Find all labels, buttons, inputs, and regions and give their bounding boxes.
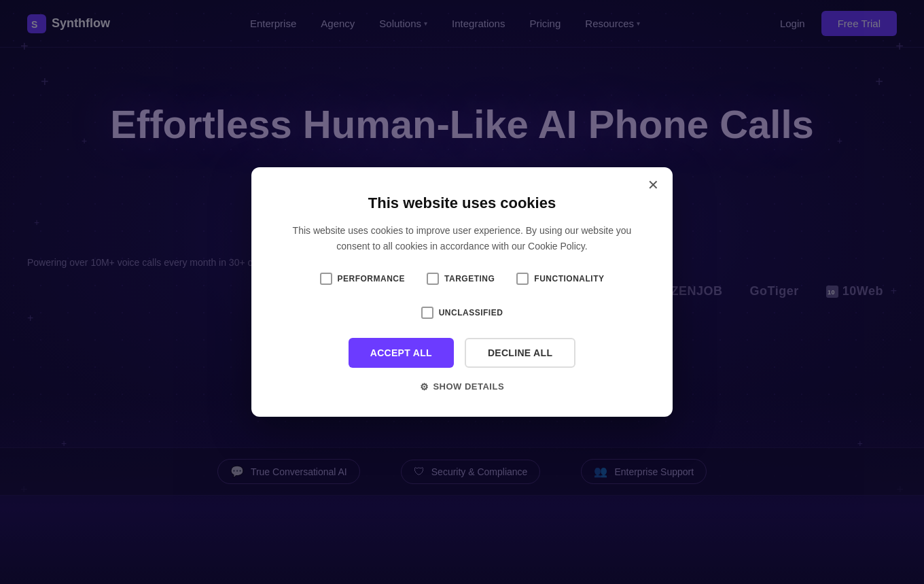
cookie-modal-description: This website uses cookies to improve use… bbox=[284, 223, 640, 254]
decline-all-button[interactable]: DECLINE ALL bbox=[465, 338, 575, 368]
gear-icon: ⚙ bbox=[420, 381, 429, 392]
performance-checkbox[interactable] bbox=[320, 273, 332, 285]
cookie-options: PERFORMANCE TARGETING FUNCTIONALITY UNCL… bbox=[284, 273, 640, 319]
cookie-action-buttons: ACCEPT ALL DECLINE ALL bbox=[284, 338, 640, 368]
cookie-modal-overlay[interactable]: ✕ This website uses cookies This website… bbox=[0, 0, 924, 584]
cookie-modal: ✕ This website uses cookies This website… bbox=[251, 167, 673, 417]
cookie-option-functionality[interactable]: FUNCTIONALITY bbox=[516, 273, 604, 285]
show-details-button[interactable]: ⚙ SHOW DETAILS bbox=[284, 381, 640, 392]
cookie-close-button[interactable]: ✕ bbox=[647, 178, 659, 192]
cookie-modal-title: This website uses cookies bbox=[284, 194, 640, 212]
cookie-option-unclassified[interactable]: UNCLASSIFIED bbox=[421, 307, 503, 319]
cookie-option-performance[interactable]: PERFORMANCE bbox=[320, 273, 406, 285]
cookie-option-targeting[interactable]: TARGETING bbox=[427, 273, 495, 285]
functionality-checkbox[interactable] bbox=[516, 273, 529, 285]
accept-all-button[interactable]: ACCEPT ALL bbox=[349, 338, 454, 368]
unclassified-checkbox[interactable] bbox=[421, 307, 433, 319]
targeting-checkbox[interactable] bbox=[427, 273, 439, 285]
